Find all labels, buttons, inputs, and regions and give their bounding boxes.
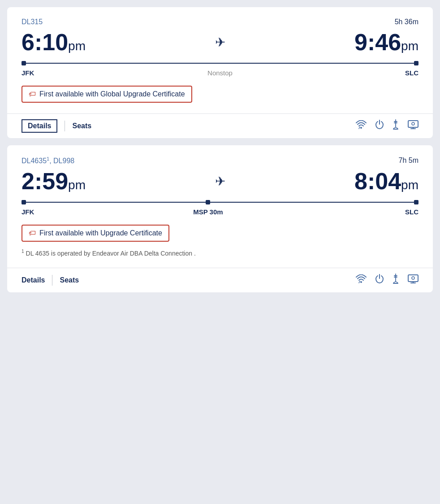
flight-1-depart-time: 6:10pm xyxy=(22,30,86,54)
route-line-2 xyxy=(26,202,414,203)
screen-icon-1 xyxy=(408,120,418,132)
flight-1-number: DL315 xyxy=(22,18,43,26)
flight-2-number: DL46351, DL998 xyxy=(22,156,74,165)
route-dot-mid-2 xyxy=(206,200,210,204)
flight-1-origin: JFK xyxy=(22,69,34,77)
flight-2-origin: JFK xyxy=(22,208,34,216)
route-dot-left-1 xyxy=(22,61,26,65)
flight-2-route-line xyxy=(22,200,418,204)
flight-2-times: 2:59pm ✈ 8:04pm xyxy=(22,169,418,193)
flight-1-seats-tab[interactable]: Seats xyxy=(72,120,91,132)
plane-icon-1: ✈ xyxy=(215,35,225,50)
flight-2-route-labels: JFK MSP 30m SLC xyxy=(22,208,418,216)
flight-1-upgrade-badge[interactable]: 🏷 First available with Global Upgrade Ce… xyxy=(22,86,192,103)
wifi-icon-1 xyxy=(356,120,367,132)
flight-1-footer: Details Seats xyxy=(7,113,433,138)
power-icon-2 xyxy=(375,274,384,287)
power-icon-1 xyxy=(375,120,384,132)
flight-1-route: JFK Nonstop SLC xyxy=(22,61,418,77)
svg-rect-1 xyxy=(408,121,418,127)
svg-point-0 xyxy=(360,127,362,129)
footer-divider-1 xyxy=(65,121,65,131)
flight-2-stop-label: MSP 30m xyxy=(193,208,223,216)
flight-1-route-labels: JFK Nonstop SLC xyxy=(22,69,418,77)
flight-2-amenities xyxy=(356,274,418,287)
flight-1-times: 6:10pm ✈ 9:46pm xyxy=(22,30,418,54)
svg-point-3 xyxy=(360,281,362,283)
flight-card-2: DL46351, DL998 7h 5m 2:59pm ✈ 8:04pm JFK xyxy=(7,145,433,292)
route-dot-right-2 xyxy=(414,200,418,204)
flight-2-header: DL46351, DL998 7h 5m xyxy=(22,156,418,165)
flight-card-1: DL315 5h 36m 6:10pm ✈ 9:46pm JFK Nonstop xyxy=(7,7,433,138)
wifi-icon-2 xyxy=(356,274,367,286)
flight-2-details-tab[interactable]: Details xyxy=(22,274,45,286)
flight-1-arrive-time: 9:46pm xyxy=(354,30,418,54)
svg-point-2 xyxy=(412,122,414,125)
screen-icon-2 xyxy=(408,274,418,286)
flight-2-upgrade-text: First available with Upgrade Certificate xyxy=(39,229,162,237)
flight-1-duration: 5h 36m xyxy=(395,18,418,26)
usb-icon-2 xyxy=(393,274,399,287)
svg-point-5 xyxy=(412,277,414,279)
route-dot-right-1 xyxy=(414,61,418,65)
flight-2-upgrade-container: 🏷 First available with Upgrade Certifica… xyxy=(22,225,418,243)
flight-1-amenities xyxy=(356,119,418,133)
plane-icon-2: ✈ xyxy=(215,174,225,189)
usb-icon-1 xyxy=(393,119,399,133)
flight-1-route-line xyxy=(22,61,418,65)
flight-2-seats-tab[interactable]: Seats xyxy=(60,274,79,286)
flight-2-footnote: 1DL 4635 is operated by Endeavor Air DBA… xyxy=(22,249,418,257)
flight-card-1-main: DL315 5h 36m 6:10pm ✈ 9:46pm JFK Nonstop xyxy=(7,7,433,113)
flight-1-stop-label: Nonstop xyxy=(207,69,233,77)
flight-2-route: JFK MSP 30m SLC xyxy=(22,200,418,216)
upgrade-tag-icon-1: 🏷 xyxy=(29,90,36,98)
route-dot-left-2 xyxy=(22,200,26,204)
flight-2-arrive-time: 8:04pm xyxy=(354,169,418,193)
flight-2-duration: 7h 5m xyxy=(399,156,418,165)
upgrade-tag-icon-2: 🏷 xyxy=(29,229,36,237)
flight-1-upgrade-text: First available with Global Upgrade Cert… xyxy=(39,90,185,98)
flight-2-footnote-container: 1DL 4635 is operated by Endeavor Air DBA… xyxy=(22,249,418,257)
flight-2-destination: SLC xyxy=(405,208,418,216)
route-line-1 xyxy=(26,63,414,64)
flight-2-footer: Details Seats xyxy=(7,268,433,292)
flight-1-destination: SLC xyxy=(405,69,418,77)
svg-rect-4 xyxy=(408,275,418,282)
flight-1-header: DL315 5h 36m xyxy=(22,18,418,26)
footer-divider-2 xyxy=(52,275,52,286)
flight-card-2-main: DL46351, DL998 7h 5m 2:59pm ✈ 8:04pm JFK xyxy=(7,145,433,268)
flight-1-upgrade-container: 🏷 First available with Global Upgrade Ce… xyxy=(22,86,418,104)
flight-1-details-tab[interactable]: Details xyxy=(22,119,57,133)
flight-2-upgrade-badge[interactable]: 🏷 First available with Upgrade Certifica… xyxy=(22,225,169,242)
flight-2-depart-time: 2:59pm xyxy=(22,169,86,193)
